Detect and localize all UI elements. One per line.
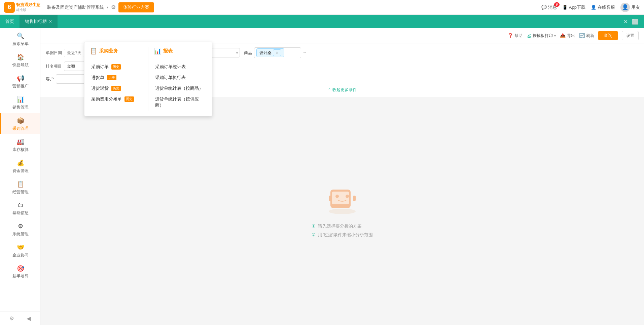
sidebar-item-operation[interactable]: 📋 经营管理 (0, 176, 40, 198)
dropdown-overlay[interactable]: 📋 采购业务 采购订单 历史 进货单 历史 进货退货 历史 (40, 42, 644, 325)
content-toolbar: ❓ 帮助 🖨 按模板打印 ▾ 📤 导出 🔄 刷新 查询 设置 (40, 28, 644, 43)
logo-icon: 6 (4, 2, 15, 13)
purchase-order-exec-label: 采购订单执行表 (155, 75, 186, 81)
sidebar-item-cooperation[interactable]: 🤝 企业协同 (0, 240, 40, 261)
cooperation-icon: 🤝 (17, 244, 24, 251)
sidebar-label-guide: 新手引导 (12, 274, 29, 279)
purchase-expense-history-badge: 历史 (124, 96, 134, 102)
message-icon: 💬 (541, 5, 547, 10)
sidebar-item-finance[interactable]: 💰 资金管理 (0, 155, 40, 176)
stock-stats-by-supplier-label: 进货单统计表（按供应商） (155, 96, 205, 108)
tab-close-icon[interactable]: ✕ (49, 19, 52, 24)
industry-btn[interactable]: 体验行业方案 (118, 2, 154, 12)
sidebar-label-system: 系统管理 (12, 231, 29, 237)
guide-icon: 🎯 (17, 265, 24, 272)
app-icon: 📱 (562, 5, 568, 10)
sidebar-item-purchase[interactable]: 📦 采购管理 (0, 113, 40, 134)
export-btn[interactable]: 📤 导出 (560, 33, 575, 39)
sidebar-item-sales[interactable]: 📊 销售管理 (0, 92, 40, 113)
sidebar-item-system[interactable]: ⚙ 系统管理 (0, 218, 40, 240)
help-btn[interactable]: ❓ 帮助 (507, 33, 523, 39)
dropdown-item-stock-stats-by-supplier[interactable]: 进货单统计表（按供应商） (154, 94, 207, 111)
print-btn[interactable]: 🖨 按模板打印 ▾ (527, 33, 556, 39)
tab-sales-ranking[interactable]: 销售排行榜 ✕ (20, 15, 58, 28)
sales-icon: 📊 (17, 96, 24, 103)
sidebar-bottom: ⚙ ◀ (0, 312, 40, 325)
refresh-icon: 🔄 (579, 33, 585, 38)
sidebar-label-search: 搜索菜单 (12, 41, 29, 47)
help-label: 帮助 (514, 33, 523, 39)
main-layout: 🔍 搜索菜单 🏠 快捷导航 📢 营销推广 📊 销售管理 📦 采购管理 🏭 库存核… (0, 28, 644, 325)
top-header: 6 畅捷通好生意 标准版 装备及固定资产辅助管理系统 ▾ ⚙ 体验行业方案 💬 … (0, 0, 644, 15)
tab-close-window-btn[interactable]: ✕ (622, 17, 629, 26)
purchase-col-icon: 📋 (90, 47, 97, 55)
purchase-col-title-text: 采购业务 (99, 48, 118, 54)
sidebar-label-operation: 经营管理 (12, 189, 29, 195)
operation-icon: 📋 (17, 180, 24, 188)
marketing-icon: 📢 (17, 75, 24, 82)
dropdown-item-stock-stats-by-goods[interactable]: 进货单统计表（按商品） (154, 83, 207, 94)
refresh-btn[interactable]: 🔄 刷新 (579, 33, 594, 39)
user-action[interactable]: 👤 用友 (620, 3, 640, 12)
dropdown-item-purchase-order-stats[interactable]: 采购订单统计表 (154, 62, 207, 72)
user-avatar: 👤 (620, 3, 630, 12)
report-col-icon: 📊 (154, 47, 161, 55)
query-btn[interactable]: 查询 (598, 31, 618, 40)
user-label: 用友 (631, 4, 640, 10)
online-service-action[interactable]: 👤 在线客服 (591, 4, 615, 10)
dropdown-item-purchase-order-exec[interactable]: 采购订单执行表 (154, 72, 207, 83)
export-label: 导出 (567, 33, 575, 39)
dropdown-report-col: 📊 报表 采购订单统计表 采购订单执行表 进货单统计表（按商品） 进货单统计表（… (154, 47, 207, 111)
purchase-order-label: 采购订单 (91, 64, 109, 70)
sidebar-settings-btn[interactable]: ⚙ (9, 315, 14, 322)
sidebar-label-sales: 销售管理 (12, 105, 29, 110)
sidebar: 🔍 搜索菜单 🏠 快捷导航 📢 营销推广 📊 销售管理 📦 采购管理 🏭 库存核… (0, 28, 40, 325)
sidebar-item-inventory[interactable]: 🏭 库存核算 (0, 134, 40, 155)
message-badge: 9 (554, 2, 560, 7)
main-content: ❓ 帮助 🖨 按模板打印 ▾ 📤 导出 🔄 刷新 查询 设置 (40, 28, 644, 325)
search-menu-icon: 🔍 (17, 32, 24, 40)
service-label: 在线客服 (598, 4, 615, 10)
dropdown-item-purchase-order[interactable]: 采购订单 历史 (90, 62, 143, 72)
sidebar-item-search[interactable]: 🔍 搜索菜单 (0, 28, 40, 49)
app-download-action[interactable]: 📱 App下载 (562, 4, 585, 10)
header-center: 装备及固定资产辅助管理系统 ▾ ⚙ 体验行业方案 (47, 2, 539, 12)
sidebar-collapse-btn[interactable]: ◀ (27, 315, 31, 322)
sidebar-item-quick-nav[interactable]: 🏠 快捷导航 (0, 49, 40, 71)
sidebar-item-guide[interactable]: 🎯 新手引导 (0, 261, 40, 282)
header-right: 💬 消息 9 📱 App下载 👤 在线客服 👤 用友 (541, 3, 640, 12)
basic-info-icon: 🗂 (17, 202, 24, 209)
print-icon: 🖨 (527, 33, 531, 38)
sidebar-item-marketing[interactable]: 📢 营销推广 (0, 71, 40, 92)
logo-badge: 标准版 (16, 8, 40, 12)
export-icon: 📤 (560, 33, 566, 38)
stock-in-history-badge: 历史 (107, 75, 116, 80)
stock-return-history-badge: 历史 (111, 86, 121, 91)
purchase-col-title: 📋 采购业务 (90, 47, 143, 57)
dropdown-item-stock-return[interactable]: 进货退货 历史 (90, 83, 143, 94)
settings-btn[interactable]: 设置 (622, 31, 639, 40)
tab-maximize-btn[interactable]: ⬜ (631, 17, 640, 26)
sidebar-label-inventory: 库存核算 (12, 147, 29, 153)
dropdown-item-purchase-expense[interactable]: 采购费用分摊单 历史 (90, 94, 143, 105)
purchase-icon: 📦 (17, 117, 24, 124)
report-col-title-text: 报表 (163, 48, 173, 54)
finance-icon: 💰 (17, 159, 24, 167)
header-settings-icon[interactable]: ⚙ (111, 4, 116, 10)
service-icon: 👤 (591, 5, 596, 10)
report-col-title: 📊 报表 (154, 47, 207, 57)
quick-nav-icon: 🏠 (17, 53, 24, 61)
message-action[interactable]: 💬 消息 9 (541, 4, 557, 10)
stock-return-label: 进货退货 (91, 85, 109, 91)
system-dropdown-arrow[interactable]: ▾ (107, 5, 108, 9)
help-icon: ❓ (507, 33, 513, 38)
print-dropdown-icon[interactable]: ▾ (554, 34, 556, 38)
dropdown-menu: 📋 采购业务 采购订单 历史 进货单 历史 进货退货 历史 (84, 42, 212, 116)
sidebar-label-purchase: 采购管理 (12, 126, 29, 131)
dropdown-item-stock-in[interactable]: 进货单 历史 (90, 72, 143, 83)
sidebar-label-finance: 资金管理 (12, 168, 29, 174)
dropdown-divider (148, 47, 148, 111)
dropdown-purchase-col: 📋 采购业务 采购订单 历史 进货单 历史 进货退货 历史 (90, 47, 143, 111)
tab-home[interactable]: 首页 (0, 15, 20, 28)
sidebar-item-basic-info[interactable]: 🗂 基础信息 (0, 198, 40, 218)
